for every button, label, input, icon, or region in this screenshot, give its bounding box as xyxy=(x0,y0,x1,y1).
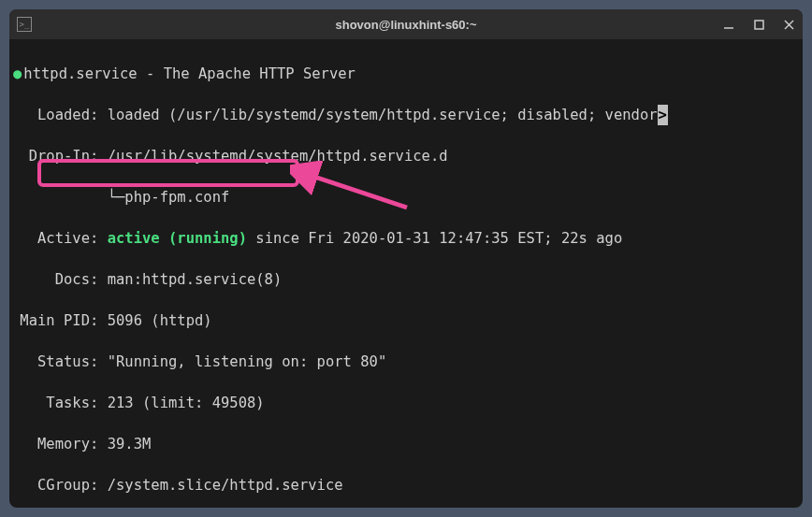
main-pid-line: Main PID: 5096 (httpd) xyxy=(11,310,212,331)
dropin-line: Drop-In: /usr/lib/systemd/system/httpd.s… xyxy=(11,146,448,166)
terminal-icon: >_ xyxy=(17,17,32,32)
tasks-line: Tasks: 213 (limit: 49508) xyxy=(11,393,265,413)
docs-line: Docs: man:httpd.service(8) xyxy=(11,269,282,290)
cgroup-line: CGroup: /system.slice/httpd.service xyxy=(11,475,343,495)
dropin-file-line: └─php-fpm.conf xyxy=(11,187,229,208)
maximize-button[interactable] xyxy=(752,18,765,31)
loaded-line: Loaded: loaded (/usr/lib/systemd/system/… xyxy=(11,105,658,125)
window-controls xyxy=(722,18,795,31)
titlebar: >_ shovon@linuxhint-s60:~ xyxy=(9,9,803,39)
minimize-button[interactable] xyxy=(722,18,735,31)
scroll-indicator: > xyxy=(658,105,668,125)
status-line: Status: "Running, listening on: port 80" xyxy=(11,352,386,372)
active-since: since Fri 2020-01-31 12:47:35 EST; 22s a… xyxy=(247,228,622,249)
close-button[interactable] xyxy=(782,18,795,31)
active-status: active (running) xyxy=(108,228,247,249)
service-name-line: httpd.service - The Apache HTTP Server xyxy=(23,64,355,84)
svg-rect-1 xyxy=(755,21,763,29)
window-title: shovon@linuxhint-s60:~ xyxy=(336,18,477,32)
terminal-content[interactable]: ●httpd.service - The Apache HTTP Server … xyxy=(9,39,803,508)
memory-line: Memory: 39.3M xyxy=(11,434,151,454)
active-label: Active: xyxy=(11,228,108,249)
status-bullet-icon: ● xyxy=(13,64,22,84)
terminal-window: >_ shovon@linuxhint-s60:~ ●httpd.service… xyxy=(9,9,803,508)
